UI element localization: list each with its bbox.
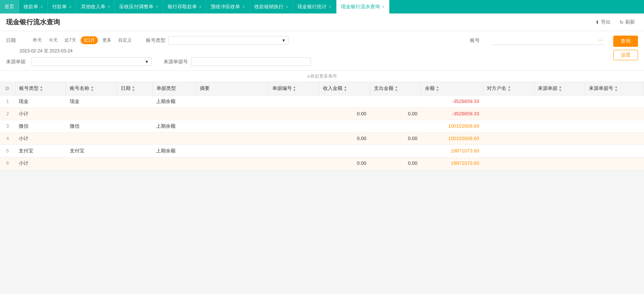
nav-tab-payments-label: 付款单 — [52, 3, 67, 10]
column-settings[interactable]: ⚙ — [0, 82, 15, 95]
table-row: 4 小计 0.00 0.00 100102606.60 — [0, 132, 644, 145]
row-date — [117, 95, 152, 107]
row-expense — [370, 120, 421, 132]
source-doc-filter-row: 来源单据 ▾ 来源单据号 — [6, 57, 604, 66]
header-actions: ⬆ 导出 ↻ 刷新 — [592, 17, 638, 27]
table-body: 1 现金 现金 上期余额 -3528659.33 2 小计 0.00 0.00 … — [0, 95, 644, 169]
nav-tab-receipts[interactable]: 收款单 × — [19, 0, 48, 13]
column-date[interactable]: 日期▲▼ — [117, 82, 152, 95]
nav-tab-payments[interactable]: 付款单 × — [48, 0, 76, 13]
date-1month[interactable]: 近1月 — [81, 36, 98, 44]
nav-tab-payments-close[interactable]: × — [69, 4, 71, 9]
nav-tab-adjustments-close[interactable]: × — [156, 4, 158, 9]
row-date — [117, 132, 152, 145]
nav-tab-bank-deposit[interactable]: 银行存取款单 × — [163, 0, 206, 13]
row-source-doc-no — [585, 95, 644, 107]
row-balance: 19871073.60 — [421, 157, 483, 169]
nav-tab-verify[interactable]: 收款核销执行 × — [250, 0, 293, 13]
date-filter-label: 日期 — [6, 37, 25, 44]
source-doc-select[interactable]: ▾ — [32, 57, 152, 66]
column-source-doc-no[interactable]: 来源单据号▲▼ — [585, 82, 644, 95]
account-input[interactable]: ··· — [492, 36, 604, 45]
date-filter-row: 日期 昨天 今天 近7天 近1月 更多 自定义 账号类型 ▾ — [6, 36, 604, 45]
source-doc-no-label: 来源单据号 — [164, 58, 188, 65]
row-source-doc — [534, 107, 585, 120]
row-index: 2 — [0, 107, 15, 120]
nav-tab-other-income-close[interactable]: × — [108, 4, 110, 9]
row-account-type: 小计 — [15, 132, 66, 145]
row-summary — [196, 95, 268, 107]
row-balance: -3528659.33 — [421, 107, 483, 120]
filter-right-actions: 查询 设置 — [613, 36, 638, 60]
refresh-button[interactable]: ↻ 刷新 — [617, 17, 638, 27]
row-doc-type: 上期余额 — [152, 120, 196, 132]
column-doc-no[interactable]: 单据编号▲▼ — [268, 82, 319, 95]
export-icon: ⬆ — [595, 19, 599, 25]
date-range-display: 2023-02-24 至 2023-03-24 — [20, 48, 72, 54]
nav-tab-prepay[interactable]: 预收冲应收单 × — [206, 0, 249, 13]
nav-tab-bank-stats[interactable]: 现金银行统计 × — [293, 0, 336, 13]
filter-area: 日期 昨天 今天 近7天 近1月 更多 自定义 账号类型 ▾ — [0, 31, 644, 71]
row-doc-no — [268, 107, 319, 120]
column-account-type[interactable]: 账号类型▲▼ — [15, 82, 66, 95]
nav-tab-verify-close[interactable]: × — [286, 4, 288, 9]
row-income: 0.00 — [319, 107, 370, 120]
column-counterparty[interactable]: 对方户名▲▼ — [483, 82, 534, 95]
nav-tab-receipts-label: 收款单 — [24, 3, 38, 10]
column-balance[interactable]: 余额▲▼ — [421, 82, 483, 95]
row-balance: -3528659.33 — [421, 95, 483, 107]
nav-tab-other-income[interactable]: 其他收入单 × — [77, 0, 115, 13]
date-options: 昨天 今天 近7天 近1月 更多 自定义 — [31, 36, 134, 44]
refresh-icon: ↻ — [620, 19, 624, 25]
export-button[interactable]: ⬆ 导出 — [592, 17, 614, 27]
row-summary — [196, 132, 268, 145]
nav-tab-bank-deposit-close[interactable]: × — [199, 4, 201, 9]
table-container: ⚙ 账号类型▲▼ 账号名称▲▼ 日期▲▼ 单据类型 摘要 单据编号▲▼ 收入金额… — [0, 82, 644, 170]
column-account-name[interactable]: 账号名称▲▼ — [66, 82, 117, 95]
source-doc-no-input[interactable] — [191, 57, 311, 66]
row-doc-no — [268, 120, 319, 132]
date-today[interactable]: 今天 — [47, 36, 60, 44]
account-dots-icon[interactable]: ··· — [596, 37, 604, 43]
row-doc-type — [152, 132, 196, 145]
date-7days[interactable]: 近7天 — [62, 36, 78, 44]
row-income: 0.00 — [319, 132, 370, 145]
column-doc-type[interactable]: 单据类型 — [152, 82, 196, 95]
nav-tab-bank-deposit-label: 银行存取款单 — [168, 3, 197, 10]
row-doc-type: 上期余额 — [152, 145, 196, 157]
table-row: 2 小计 0.00 0.00 -3528659.33 — [0, 107, 644, 120]
row-expense: 0.00 — [370, 157, 421, 169]
collapse-filter-row[interactable]: ∧ 收起更多条件 — [0, 71, 644, 82]
row-source-doc — [534, 95, 585, 107]
row-doc-type — [152, 157, 196, 169]
nav-tab-home[interactable]: 首页 — [0, 0, 19, 13]
row-income — [319, 95, 370, 107]
row-account-name: 微信 — [66, 120, 117, 132]
collapse-up-icon: ∧ — [307, 74, 310, 79]
date-more[interactable]: 更多 — [100, 36, 114, 44]
query-button[interactable]: 查询 — [613, 36, 638, 47]
settings-button[interactable]: 设置 — [613, 50, 638, 60]
nav-tab-bank-flow-close[interactable]: × — [382, 4, 384, 9]
row-doc-no — [268, 145, 319, 157]
nav-tab-prepay-close[interactable]: × — [242, 4, 245, 9]
date-custom[interactable]: 自定义 — [116, 36, 134, 44]
nav-tab-bank-stats-close[interactable]: × — [329, 4, 331, 9]
row-counterparty — [483, 157, 534, 169]
row-date — [117, 157, 152, 169]
column-expense[interactable]: 支出金额▲▼ — [370, 82, 421, 95]
nav-tab-adjustments-label: 应收应付调整单 — [119, 3, 153, 10]
settings-gear-icon[interactable]: ⚙ — [5, 85, 10, 91]
column-summary[interactable]: 摘要 — [196, 82, 268, 95]
nav-tab-adjustments[interactable]: 应收应付调整单 × — [115, 0, 163, 13]
nav-tab-bank-flow[interactable]: 现金银行流水查询 × — [336, 0, 389, 13]
export-label: 导出 — [601, 19, 611, 25]
nav-tab-home-label: 首页 — [5, 3, 14, 10]
nav-tab-receipts-close[interactable]: × — [41, 4, 43, 9]
column-source-doc[interactable]: 来源单据▲▼ — [534, 82, 585, 95]
row-source-doc-no — [585, 145, 644, 157]
column-income[interactable]: 收入金额▲▼ — [319, 82, 370, 95]
account-type-select[interactable]: ▾ — [168, 36, 288, 45]
date-yesterday[interactable]: 昨天 — [31, 36, 44, 44]
row-account-type: 支付宝 — [15, 145, 66, 157]
